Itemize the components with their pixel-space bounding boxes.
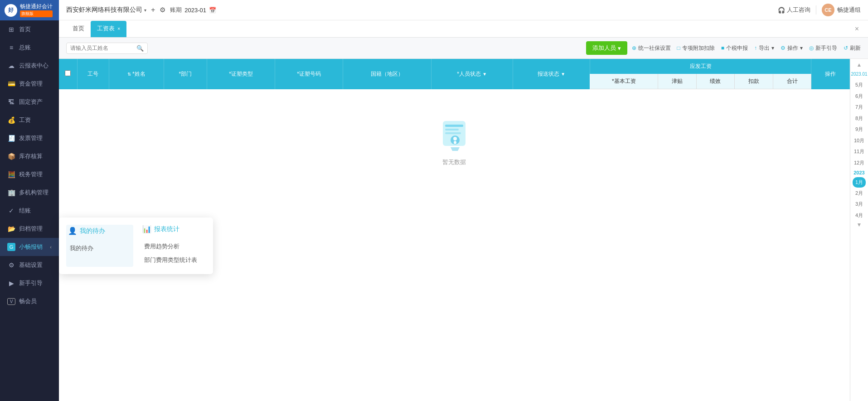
- reports-header-icon: 📊: [142, 225, 151, 233]
- todo-header-icon: 👤: [68, 227, 77, 235]
- close-all-button[interactable]: ×: [853, 23, 861, 35]
- main-content: 西安虾米网络科技有限公司 ▾ + ⚙ 账期 2023-01 📅 🎧 人工咨询 C…: [59, 0, 868, 401]
- th-subsidy: 津贴: [658, 74, 696, 89]
- search-icon[interactable]: 🔍: [136, 45, 144, 52]
- sidebar-item-label: 首页: [19, 25, 31, 34]
- refresh-icon: ↺: [844, 45, 848, 51]
- timeline-header: 2023.01: [850, 69, 868, 79]
- th-checkbox: [59, 59, 77, 89]
- inventory-icon: 📦: [7, 153, 15, 160]
- sidebar-item-assets[interactable]: 🏗 固定资产: [0, 93, 59, 111]
- add-people-button[interactable]: 添加人员 ▾: [586, 41, 627, 55]
- popup-dept-expense-item[interactable]: 部门费用类型统计表: [142, 253, 206, 267]
- consultant-label: 人工咨询: [787, 6, 810, 14]
- timeline-month-8[interactable]: 8月: [854, 113, 864, 124]
- company-selector[interactable]: 西安虾米网络科技有限公司 ▾: [66, 6, 146, 14]
- tab-home[interactable]: 首页: [66, 21, 91, 37]
- timeline-month-6[interactable]: 6月: [854, 91, 864, 102]
- tax-icon: 🧮: [7, 171, 15, 178]
- avatar: CE: [822, 4, 834, 16]
- tax-report-btn[interactable]: ■ 个税申报: [721, 44, 748, 52]
- user-avatar-btn[interactable]: CE 畅捷通组: [822, 4, 861, 16]
- sidebar-item-label: 税务管理: [19, 170, 43, 179]
- sidebar-item-funds[interactable]: 💳 资金管理: [0, 75, 59, 93]
- special-deduction-btn[interactable]: □ 专项附加扣除: [677, 44, 715, 52]
- assets-icon: 🏗: [7, 98, 15, 106]
- timeline-month-11[interactable]: 11月: [853, 146, 865, 157]
- sidebar-item-multi[interactable]: 🏢 多机构管理: [0, 184, 59, 202]
- timeline-up-arrow[interactable]: ▲: [856, 61, 863, 69]
- sidebar-item-label: 新手引导: [19, 279, 43, 287]
- th-cert-no: *证塑号码: [275, 59, 343, 89]
- sidebar-item-label: 发票管理: [19, 134, 43, 142]
- timeline-month-3[interactable]: 3月: [854, 198, 864, 210]
- export-btn[interactable]: ↑ 导出 ▾: [754, 44, 774, 52]
- sidebar-item-guide[interactable]: ▶ 新手引导: [0, 274, 59, 292]
- timeline-month-2[interactable]: 2月: [854, 188, 864, 199]
- operation-btn[interactable]: ⚙ 操作 ▾: [781, 44, 803, 52]
- th-base-salary: *基本工资: [590, 74, 658, 89]
- empty-cell: 暂无数据: [59, 89, 850, 194]
- timeline-down-arrow[interactable]: ▼: [856, 221, 863, 229]
- th-name: ⇅ *姓名: [109, 59, 164, 89]
- basic-icon: ⚙: [7, 261, 15, 269]
- add-company-icon[interactable]: +: [151, 6, 155, 14]
- popup-reports-title: 报表统计: [154, 225, 179, 233]
- toolbar-actions: ⊕ 统一社保设置 □ 专项附加扣除 ■ 个税申报 ↑ 导出 ▾ ⚙ 操作 ▾: [632, 44, 861, 52]
- sidebar-item-salary[interactable]: 💰 工资: [0, 111, 59, 129]
- timeline-month-5[interactable]: 5月: [854, 79, 864, 91]
- timeline-month-12[interactable]: 12月: [853, 157, 865, 169]
- select-all-checkbox[interactable]: [65, 70, 71, 76]
- tab-payroll[interactable]: 工资表 ×: [91, 21, 126, 37]
- timeline-month-7[interactable]: 7月: [854, 101, 864, 113]
- search-box: 🔍: [66, 43, 148, 54]
- header-divider: [816, 5, 816, 14]
- new-guide-icon: ◎: [809, 45, 814, 51]
- popup-todo-title: 我的待办: [80, 227, 105, 235]
- operation-icon: ⚙: [781, 45, 786, 51]
- popup-menu: 👤 我的待办 我的待办 📊 报表统计 费用趋势分析 部门费用类型统计表: [59, 217, 213, 274]
- sidebar-item-member[interactable]: V 畅会员: [0, 292, 59, 310]
- tab-home-label: 首页: [73, 25, 84, 32]
- sidebar-item-basic[interactable]: ⚙ 基础设置: [0, 256, 59, 274]
- logo-text-block: 畅捷通好会计 旗舰版: [20, 3, 53, 17]
- sidebar-item-checkout[interactable]: ✓ 结账: [0, 202, 59, 220]
- app-logo: 好 畅捷通好会计 旗舰版: [0, 0, 59, 20]
- header: 西安虾米网络科技有限公司 ▾ + ⚙ 账期 2023-01 📅 🎧 人工咨询 C…: [59, 0, 868, 20]
- timeline-month-10[interactable]: 10月: [853, 135, 865, 146]
- new-guide-btn[interactable]: ◎ 新手引导: [809, 44, 837, 52]
- export-arrow: ▾: [771, 45, 774, 51]
- sidebar-item-inventory[interactable]: 📦 库存核算: [0, 147, 59, 165]
- refresh-btn[interactable]: ↺ 刷新: [844, 44, 861, 52]
- timeline-month-1-current[interactable]: 1月: [853, 177, 866, 188]
- tax-report-icon: ■: [721, 45, 724, 51]
- popup-expense-trend-item[interactable]: 费用趋势分析: [142, 240, 206, 253]
- th-total: 合计: [773, 74, 811, 89]
- settings-icon[interactable]: ⚙: [160, 6, 165, 14]
- tab-close-icon[interactable]: ×: [117, 26, 120, 31]
- sidebar-item-invoice[interactable]: 🧾 发票管理: [0, 129, 59, 147]
- sidebar-item-archive[interactable]: 📂 归档管理: [0, 220, 59, 238]
- sidebar-item-xiaochangbao[interactable]: G 小畅报销 ‹: [0, 238, 59, 256]
- sidebar-item-label: 归档管理: [19, 225, 43, 233]
- sidebar-item-reports[interactable]: ☁ 云报表中心: [0, 57, 59, 75]
- funds-icon: 💳: [7, 80, 15, 87]
- sidebar-item-ledger[interactable]: ≡ 总账: [0, 39, 59, 57]
- filter-icon[interactable]: ▼: [482, 72, 487, 77]
- toolbar: 🔍 添加人员 ▾ ⊕ 统一社保设置 □ 专项附加扣除 ■ 个税申报 ↑ 导出 ▾: [59, 38, 868, 59]
- sidebar-item-tax[interactable]: 🧮 税务管理: [0, 165, 59, 184]
- popup-col-todo: 👤 我的待办 我的待办: [66, 225, 133, 267]
- filter-icon2[interactable]: ▼: [561, 72, 565, 77]
- th-deduction: 扣款: [735, 74, 773, 89]
- calendar-icon[interactable]: 📅: [209, 7, 216, 14]
- timeline-month-9[interactable]: 9月: [854, 124, 864, 135]
- sidebar-item-home[interactable]: ⊞ 首页: [0, 20, 59, 39]
- consultant-icon: 🎧: [778, 7, 785, 14]
- search-input[interactable]: [70, 45, 134, 51]
- consultant-btn[interactable]: 🎧 人工咨询: [778, 6, 810, 14]
- social-security-icon: ⊕: [632, 45, 636, 51]
- social-security-btn[interactable]: ⊕ 统一社保设置: [632, 44, 671, 52]
- timeline-year-2023: 2023: [853, 168, 865, 177]
- timeline-month-4[interactable]: 4月: [854, 210, 864, 221]
- popup-my-todo-item[interactable]: 我的待办: [68, 242, 131, 255]
